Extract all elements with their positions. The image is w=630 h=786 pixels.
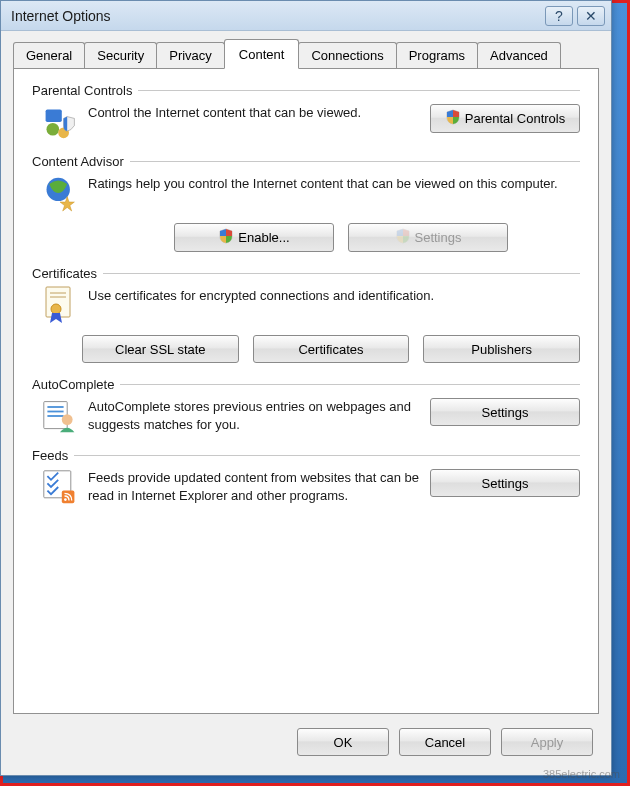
group-title: Certificates [32,266,103,281]
shield-icon [218,228,234,247]
group-title: Parental Controls [32,83,138,98]
window-title: Internet Options [7,8,545,24]
svg-point-7 [51,304,61,314]
cancel-button[interactable]: Cancel [399,728,491,756]
titlebar: Internet Options ? ✕ [1,1,611,31]
help-button[interactable]: ? [545,6,573,26]
feeds-desc: Feeds provide updated content from websi… [88,469,420,504]
group-title: Content Advisor [32,154,130,169]
tab-general[interactable]: General [13,42,85,68]
svg-point-15 [64,498,67,501]
tab-content[interactable]: Content [224,39,300,69]
tab-programs[interactable]: Programs [396,42,478,68]
tab-connections[interactable]: Connections [298,42,396,68]
users-shield-icon [42,104,78,140]
publishers-button[interactable]: Publishers [423,335,580,363]
group-parental-controls: Parental Controls Control the Internet c… [32,83,580,140]
parental-desc: Control the Internet content that can be… [88,104,420,122]
advisor-desc: Ratings help you control the Internet co… [88,175,580,193]
enable-button[interactable]: Enable... [174,223,334,252]
group-content-advisor: Content Advisor Ratings help you control… [32,154,580,252]
feeds-settings-button[interactable]: Settings [430,469,580,497]
tab-privacy[interactable]: Privacy [156,42,225,68]
advisor-settings-button: Settings [348,223,508,252]
feeds-icon [42,469,78,505]
certificates-desc: Use certificates for encrypted connectio… [88,287,580,305]
apply-button: Apply [501,728,593,756]
group-title: AutoComplete [32,377,120,392]
certificate-icon [42,287,78,323]
content-panel: Parental Controls Control the Internet c… [13,68,599,714]
close-button[interactable]: ✕ [577,6,605,26]
certificates-button[interactable]: Certificates [253,335,410,363]
ok-button[interactable]: OK [297,728,389,756]
dialog-buttons: OK Cancel Apply [1,722,611,756]
internet-options-dialog: Internet Options ? ✕ General Security Pr… [0,0,612,776]
parental-controls-button[interactable]: Parental Controls [430,104,580,133]
shield-icon [445,109,461,128]
svg-rect-0 [46,109,62,122]
svg-point-1 [47,123,60,136]
shield-icon [395,228,411,247]
group-certificates: Certificates Use certificates for encryp… [32,266,580,363]
watermark: 385electric.com [543,768,620,780]
tab-security[interactable]: Security [84,42,157,68]
tabs: General Security Privacy Content Connect… [1,31,611,68]
tab-advanced[interactable]: Advanced [477,42,561,68]
group-title: Feeds [32,448,74,463]
group-autocomplete: AutoComplete AutoComplete stores previou… [32,377,580,434]
autocomplete-desc: AutoComplete stores previous entries on … [88,398,420,433]
svg-point-12 [62,414,73,425]
form-user-icon [42,398,78,434]
globe-star-icon [42,175,78,211]
clear-ssl-button[interactable]: Clear SSL state [82,335,239,363]
group-feeds: Feeds Feeds provide updated content from… [32,448,580,505]
autocomplete-settings-button[interactable]: Settings [430,398,580,426]
